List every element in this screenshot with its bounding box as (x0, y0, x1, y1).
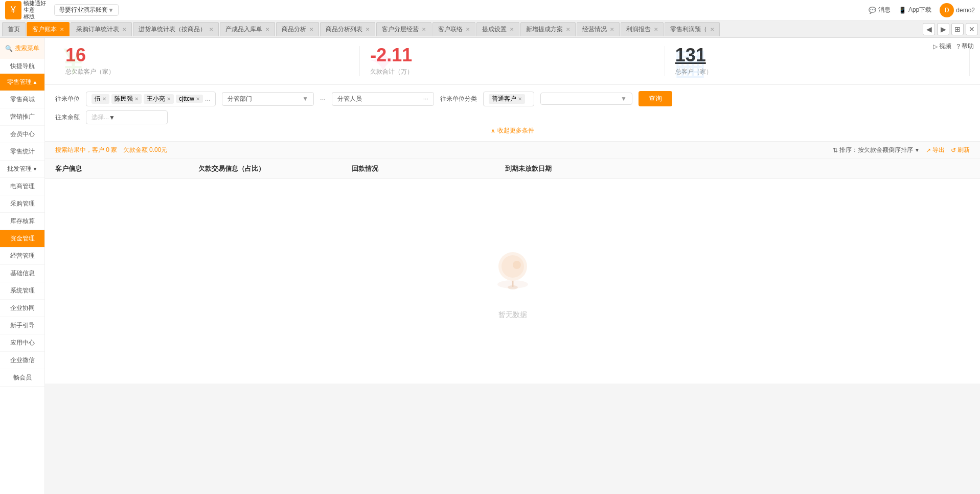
sort-icon: ⇅ (833, 147, 838, 154)
tab-commission-settings[interactable]: 提成设置 ✕ (476, 22, 519, 36)
tab-profit-report[interactable]: 利润报告 ✕ (621, 22, 664, 36)
sidebar-item-new-guide[interactable]: 新手引导 (0, 317, 44, 334)
tab-add-commission[interactable]: 新增提成方案 ✕ (520, 22, 576, 36)
tab-retail-profit[interactable]: 零售利润预（ ✕ (665, 22, 720, 36)
dept-filter-dropdown[interactable]: 分管部门 ▼ (222, 92, 314, 106)
tab-expand-button[interactable]: ⊞ (951, 23, 964, 35)
collapse-icon: ∧ (491, 127, 495, 134)
user-menu[interactable]: D demo2 (940, 3, 975, 17)
category-filter-input[interactable]: 普通客户 ✕ (483, 92, 534, 106)
app-download-button[interactable]: 📱 App下载 (899, 6, 931, 14)
unit-filter-input[interactable]: 伍 ✕ 陈民强 ✕ 王小亮 ✕ cjttcw ✕ ... (86, 92, 216, 106)
unit-tag-cjttcw-remove[interactable]: ✕ (196, 96, 200, 102)
stats-help-links: ▷ 视频 ? 帮助 (933, 42, 974, 51)
tab-inbound-stats[interactable]: 进货单统计表（按商品） ✕ (133, 22, 219, 36)
sidebar-item-app-center[interactable]: 应用中心 (0, 334, 44, 352)
tab-profit-report-close[interactable]: ✕ (654, 27, 658, 32)
category-dropdown[interactable]: ▼ (540, 93, 632, 105)
sidebar-item-marketing[interactable]: 营销推广 (0, 108, 44, 126)
dept-more-icon[interactable]: ··· (320, 95, 326, 103)
export-button[interactable]: ↗ 导出 (926, 146, 945, 154)
sidebar-item-member[interactable]: 会员中心 (0, 126, 44, 143)
workspace-selector[interactable]: 母婴行业演示账套 ▼ (54, 4, 119, 16)
empty-state: 暂无数据 (487, 213, 538, 350)
tab-finished-goods-label: 产成品入库单 (225, 25, 262, 34)
tab-product-analysis[interactable]: 商品分析 ✕ (276, 22, 319, 36)
tab-bar: 首页 客户账本 ✕ 采购订单统计表 ✕ 进货单统计表（按商品） ✕ 产成品入库单… (0, 20, 980, 38)
avatar: D (940, 3, 954, 17)
sidebar-fast-nav[interactable]: 快捷导航 (0, 59, 44, 74)
search-menu-button[interactable]: 🔍 搜索菜单 (4, 42, 40, 55)
sidebar-item-ecommerce[interactable]: 电商管理 (0, 178, 44, 195)
tab-prev-button[interactable]: ◀ (923, 23, 935, 35)
tab-customer-ledger-close[interactable]: ✕ (60, 27, 64, 32)
tab-close-all-button[interactable]: ✕ (966, 23, 978, 35)
person-filter-label: 分管人员 (337, 95, 362, 103)
sidebar-item-enterprise-collab[interactable]: 企业协同 (0, 300, 44, 317)
person-filter-dropdown[interactable]: 分管人员 ··· (332, 92, 434, 106)
collapse-filter-button[interactable]: ∧ 收起更多条件 (55, 126, 970, 135)
query-button[interactable]: 查询 (639, 91, 672, 106)
sort-button[interactable]: ⇅ 排序：按欠款金额倒序排序 ▼ (833, 146, 920, 154)
tab-commission-settings-label: 提成设置 (482, 25, 507, 34)
unit-tag-more[interactable]: ... (205, 95, 210, 102)
category-tag-normal: 普通客户 ✕ (489, 94, 525, 104)
sidebar-item-vip-member[interactable]: 畅会员 (0, 369, 44, 387)
tab-next-button[interactable]: ▶ (937, 23, 949, 35)
tab-operations-close[interactable]: ✕ (610, 27, 614, 32)
tab-customer-ledger[interactable]: 客户账本 ✕ (27, 22, 70, 36)
tab-purchase-order-close[interactable]: ✕ (122, 27, 126, 32)
balance-select-arrow: ▼ (109, 114, 115, 121)
balance-filter-select[interactable]: 选择... ▼ (86, 110, 168, 124)
help-link[interactable]: ? 帮助 (956, 42, 974, 51)
unit-tag-wu-remove[interactable]: ✕ (102, 96, 106, 102)
sidebar-item-wholesale[interactable]: 批发管理 ▼ (0, 161, 44, 178)
tab-product-analysis-label: 商品分析 (282, 25, 306, 34)
refresh-button[interactable]: ↺ 刷新 (951, 146, 970, 154)
tab-product-analysis-list[interactable]: 商品分析列表 ✕ (320, 22, 375, 36)
top-header: ¥ 畅捷通好生意 标版 母婴行业演示账套 ▼ 💬 消息 📱 App下载 D de… (0, 0, 980, 20)
tab-customer-layer-label: 客户分层经营 (382, 25, 419, 34)
tab-finished-goods[interactable]: 产成品入库单 ✕ (220, 22, 275, 36)
tab-home[interactable]: 首页 (2, 22, 26, 36)
messages-button[interactable]: 💬 消息 (869, 6, 891, 14)
tab-purchase-order[interactable]: 采购订单统计表 ✕ (71, 22, 132, 36)
tab-finished-goods-close[interactable]: ✕ (265, 27, 269, 32)
video-help-link[interactable]: ▷ 视频 (933, 42, 951, 51)
sidebar-item-operations[interactable]: 经营管理 (0, 248, 44, 265)
tab-inbound-stats-close[interactable]: ✕ (209, 27, 213, 32)
col-repayment: 回款情况 (352, 164, 505, 173)
category-filter-label: 往来单位分类 (440, 95, 477, 103)
export-icon: ↗ (926, 147, 931, 154)
tab-operations[interactable]: 经营情况 ✕ (577, 22, 620, 36)
unit-tag-chen-remove[interactable]: ✕ (134, 96, 139, 102)
tab-customer-layer-close[interactable]: ✕ (422, 27, 426, 32)
svg-point-3 (513, 261, 521, 269)
filter-row-1: 往来单位 伍 ✕ 陈民强 ✕ 王小亮 ✕ cjttcw (55, 91, 970, 106)
results-info: 搜索结果中，客户 0 家 欠款金额 0.00元 (55, 146, 833, 154)
category-tag-normal-remove[interactable]: ✕ (518, 96, 522, 102)
sidebar-item-retail[interactable]: 零售管理 ▲ (0, 74, 44, 91)
app-logo-text: 畅捷通好生意 标版 (24, 0, 50, 20)
sidebar-item-inventory[interactable]: 库存核算 (0, 213, 44, 230)
unit-tag-wu: 伍 ✕ (92, 94, 109, 104)
sidebar-item-finance[interactable]: 资金管理 (0, 230, 44, 248)
tab-product-analysis-list-close[interactable]: ✕ (366, 27, 370, 32)
sidebar-item-retail-mall[interactable]: 零售商城 (0, 91, 44, 108)
tab-customer-contact[interactable]: 客户联络 ✕ (432, 22, 475, 36)
tab-retail-profit-label: 零售利润预（ (670, 25, 707, 34)
tab-commission-settings-close[interactable]: ✕ (510, 27, 514, 32)
col-overdue-info: 欠款交易信息（占比） (198, 164, 352, 173)
sidebar-item-enterprise-wechat[interactable]: 企业微信 (0, 352, 44, 369)
sidebar-item-basic-info[interactable]: 基础信息 (0, 265, 44, 282)
sidebar-item-purchase[interactable]: 采购管理 (0, 195, 44, 213)
tab-customer-contact-close[interactable]: ✕ (466, 27, 470, 32)
download-icon: 📱 (899, 7, 906, 14)
tab-retail-profit-close[interactable]: ✕ (710, 27, 714, 32)
sidebar-item-retail-stats[interactable]: 零售统计 (0, 143, 44, 161)
unit-tag-wang-remove[interactable]: ✕ (167, 96, 171, 102)
sidebar-item-system[interactable]: 系统管理 (0, 282, 44, 300)
tab-customer-layer[interactable]: 客户分层经营 ✕ (376, 22, 431, 36)
tab-product-analysis-close[interactable]: ✕ (309, 27, 313, 32)
tab-add-commission-close[interactable]: ✕ (566, 27, 570, 32)
